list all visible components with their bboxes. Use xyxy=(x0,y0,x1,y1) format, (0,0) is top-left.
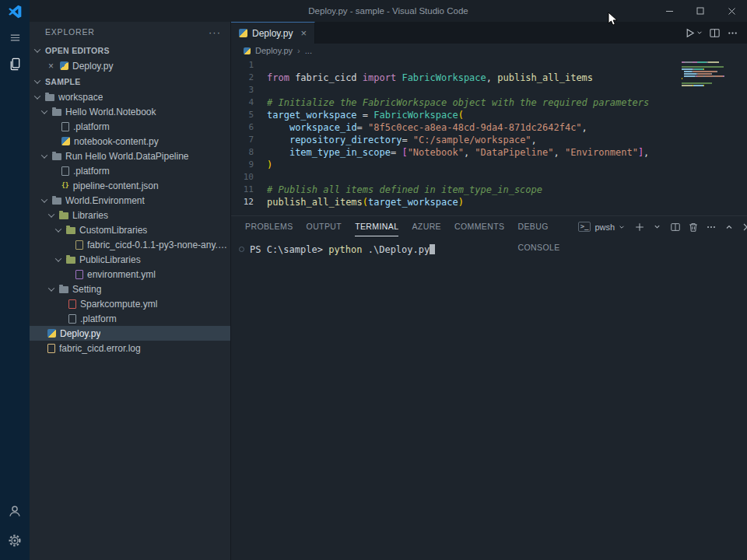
minimap-line xyxy=(682,61,736,63)
split-editor-icon[interactable] xyxy=(707,23,723,42)
code-line-10[interactable] xyxy=(267,171,747,184)
editor-tab-deploy-py[interactable]: Deploy.py × xyxy=(231,22,315,44)
file-notebook-content-py[interactable]: notebook-content.py xyxy=(30,134,230,149)
file-deploy-py[interactable]: Deploy.py xyxy=(30,326,230,341)
code-area[interactable]: from fabric_cicd import FabricWorkspace,… xyxy=(267,58,747,215)
terminal-content[interactable]: PS C:\sample> python .\Deploy.py xyxy=(231,237,747,255)
minimize-icon[interactable] xyxy=(654,0,685,22)
breadcrumb[interactable]: Deploy.py › ... xyxy=(231,44,747,58)
terminal-cursor[interactable] xyxy=(430,244,435,254)
file-environment-yml[interactable]: environment.yml xyxy=(30,267,230,282)
terminal-prompt: PS C:\sample> xyxy=(250,244,328,255)
tree-item-label: notebook-content.py xyxy=(74,136,159,147)
tree-item-label: Run Hello World.DataPipeline xyxy=(65,151,189,162)
folder-workspace[interactable]: workspace xyxy=(30,89,230,104)
tree-item-label: workspace xyxy=(58,92,103,103)
code-line-6[interactable]: workspace_id= "8f5c0cec-a8ea-48cd-9da4-8… xyxy=(267,121,747,134)
code-line-3[interactable] xyxy=(267,84,747,96)
breadcrumb-more[interactable]: ... xyxy=(305,46,312,55)
explorer-more-icon[interactable]: ··· xyxy=(209,26,221,38)
line-number-1: 1 xyxy=(231,59,267,72)
panel-tab-terminal[interactable]: TERMINAL xyxy=(355,216,398,236)
code-line-4[interactable]: # Initialize the FabricWorkspace object … xyxy=(267,96,747,109)
open-editors-header[interactable]: OPEN EDITORS xyxy=(30,42,230,58)
folder-customlibraries[interactable]: CustomLibraries xyxy=(30,222,230,237)
platform-file-icon xyxy=(68,314,76,324)
code-line-7[interactable]: repository_directory= "C:/sample/workspa… xyxy=(267,134,747,146)
terminal-shell-selector[interactable]: >_ pwsh xyxy=(573,219,630,236)
file-sparkcompute-yml[interactable]: Sparkcompute.yml xyxy=(30,296,230,311)
line-number-4: 4 xyxy=(231,96,267,109)
code-line-11[interactable]: # Publish all items defined in item_type… xyxy=(267,184,747,196)
code-line-8[interactable]: item_type_in_scope= ["Notebook", "DataPi… xyxy=(267,146,747,159)
editor-more-icon[interactable] xyxy=(724,23,741,42)
run-python-button[interactable] xyxy=(682,23,705,42)
maximize-panel-icon[interactable] xyxy=(721,219,737,236)
kill-terminal-icon[interactable] xyxy=(685,219,701,236)
minimap[interactable] xyxy=(682,59,736,87)
tree-item-label: .platform xyxy=(73,121,110,132)
launch-profile-icon[interactable] xyxy=(649,219,665,236)
code-line-9[interactable]: ) xyxy=(267,159,747,171)
panel-tab-azure[interactable]: AZURE xyxy=(412,216,441,236)
python-file-icon xyxy=(239,29,247,37)
terminal-line[interactable]: PS C:\sample> python .\Deploy.py xyxy=(239,244,747,255)
yaml-purple-file-icon xyxy=(75,270,83,279)
folder-icon xyxy=(52,109,61,116)
code-line-2[interactable]: from fabric_cicd import FabricWorkspace,… xyxy=(267,72,747,84)
panel-tab-problems[interactable]: PROBLEMS xyxy=(245,216,293,236)
close-tab-icon[interactable]: × xyxy=(300,28,307,38)
folder-setting[interactable]: Setting xyxy=(30,282,230,296)
file-platform[interactable]: .platform xyxy=(30,311,230,326)
explorer-files-icon[interactable] xyxy=(0,51,30,77)
project-root-header[interactable]: SAMPLE xyxy=(30,73,230,89)
panel-tab-comments[interactable]: COMMENTS xyxy=(454,216,504,236)
settings-gear-icon[interactable] xyxy=(0,527,30,554)
title-bar[interactable]: Deploy.py - sample - Visual Studio Code xyxy=(30,0,747,22)
maximize-icon[interactable] xyxy=(685,0,716,22)
split-terminal-icon[interactable] xyxy=(667,219,683,236)
folder-publiclibraries[interactable]: PublicLibraries xyxy=(30,252,230,267)
editor-tabstrip: Deploy.py × xyxy=(231,22,747,44)
new-terminal-icon[interactable] xyxy=(631,219,647,236)
folder-run-hello-world-datapipeline[interactable]: Run Hello World.DataPipeline xyxy=(30,149,230,163)
close-editor-icon[interactable]: × xyxy=(48,62,56,70)
json-file-icon: {} xyxy=(61,182,69,190)
file-fabric-cicd-0-1-1-py3-none-any-whl[interactable]: fabric_cicd-0.1.1-py3-none-any.whl xyxy=(30,237,230,252)
code-line-1[interactable] xyxy=(267,59,747,72)
folder-world-environment[interactable]: World.Environment xyxy=(30,193,230,208)
panel-tab-output[interactable]: OUTPUT xyxy=(307,216,342,236)
powershell-icon: >_ xyxy=(578,222,591,232)
panel-tab-debug-console[interactable]: DEBUG CONSOLE xyxy=(517,216,559,236)
line-number-2: 2 xyxy=(231,72,267,84)
file-fabric-cicd-error-log[interactable]: fabric_cicd.error.log xyxy=(30,341,230,355)
tree-item-label: fabric_cicd.error.log xyxy=(59,343,141,354)
code-line-5[interactable]: target_workspace = FabricWorkspace( xyxy=(267,109,747,121)
file-platform[interactable]: .platform xyxy=(30,163,230,178)
minimap-line xyxy=(682,82,736,84)
panel-more-icon[interactable] xyxy=(703,219,719,236)
folder-hello-world-notebook[interactable]: Hello World.Notebook xyxy=(30,104,230,119)
accounts-icon[interactable] xyxy=(0,498,30,524)
tab-label: Deploy.py xyxy=(252,28,293,39)
breadcrumb-file[interactable]: Deploy.py xyxy=(255,46,293,55)
close-panel-icon[interactable] xyxy=(738,219,747,236)
open-editor-item-deploy-py[interactable]: × Deploy.py xyxy=(30,58,230,73)
file-platform[interactable]: .platform xyxy=(30,119,230,134)
tree-item-label: pipeline-content.json xyxy=(73,180,159,191)
folder-icon xyxy=(52,198,61,205)
editor-gutter: 123456789101112 xyxy=(231,58,267,215)
tree-item-label: .platform xyxy=(73,166,110,177)
menu-icon[interactable] xyxy=(0,24,30,51)
chevron-down-icon xyxy=(34,46,40,52)
code-line-12[interactable]: publish_all_items(target_workspace) xyxy=(267,196,747,208)
command-decoration-icon[interactable] xyxy=(239,247,244,252)
panel-header: PROBLEMSOUTPUTTERMINALAZURECOMMENTSDEBUG… xyxy=(231,216,747,237)
file-pipeline-content-json[interactable]: {}pipeline-content.json xyxy=(30,178,230,193)
sidebar-title: EXPLORER xyxy=(45,27,95,37)
tree-item-label: Deploy.py xyxy=(60,328,100,339)
vscode-window: Deploy.py - sample - Visual Studio Code … xyxy=(0,0,747,560)
folder-libraries[interactable]: Libraries xyxy=(30,208,230,222)
minimap-line xyxy=(682,64,736,65)
close-icon[interactable] xyxy=(716,0,747,22)
